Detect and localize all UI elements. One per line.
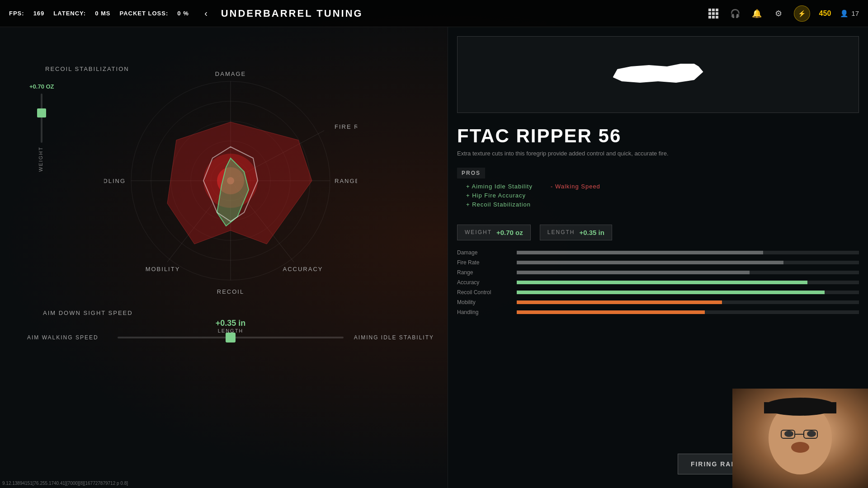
- weight-value: +0.70 OZ: [29, 83, 54, 90]
- weight-chip: WEIGHT +0.70 oz: [457, 225, 531, 240]
- fps-value: 169: [33, 10, 45, 17]
- stat-bar-background: [517, 271, 859, 274]
- performance-stats: FPS: 169 LATENCY: 0 MS PACKET LOSS: 0 %: [9, 10, 189, 17]
- mobility-label: MOBILITY: [146, 266, 180, 272]
- top-bar: FPS: 169 LATENCY: 0 MS PACKET LOSS: 0 % …: [0, 0, 868, 27]
- range-label: RANGE: [335, 178, 357, 184]
- svg-point-22: [791, 442, 809, 453]
- stat-name: Fire Rate: [457, 259, 511, 266]
- cons-list: - Walking Speed: [551, 183, 600, 210]
- debug-coords: 9.12.13894151[76.255.1740.41][7000][8][1…: [2, 481, 128, 486]
- pro-item: + Recoil Stabilization: [466, 201, 533, 208]
- latency-value: 0 MS: [95, 10, 110, 17]
- aiming-idle-label: AIMING IDLE STABILITY: [353, 334, 434, 341]
- stat-name: Damage: [457, 249, 511, 256]
- attachment-name: FTAC RIPPER 56: [448, 122, 868, 145]
- length-chip: LENGTH +0.35 in: [540, 225, 612, 240]
- pros-header: PROS: [457, 168, 485, 178]
- webcam-face: [732, 389, 868, 488]
- weight-chip-value: +0.70 oz: [496, 229, 523, 236]
- stat-bar-background: [517, 251, 859, 254]
- stat-bar-fill: [517, 251, 763, 254]
- stat-row: Fire Rate: [457, 259, 859, 266]
- stat-bar-background: [517, 300, 859, 304]
- stat-row: Range: [457, 269, 859, 276]
- settings-icon[interactable]: ⚙: [772, 7, 785, 20]
- stat-bar-fill: [517, 291, 825, 294]
- stats-section: DamageFire RateRangeAccuracyRecoil Contr…: [448, 245, 868, 324]
- con-item: - Walking Speed: [551, 183, 600, 190]
- pros-list: + Aiming Idle Stability + Hip Fire Accur…: [466, 183, 533, 210]
- main-left-panel: RECOIL STABILIZATION +0.70 OZ WEIGHT: [0, 27, 448, 488]
- stat-row: Mobility: [457, 299, 859, 305]
- attachment-description: Extra texture cuts into this foregrip pr…: [448, 145, 868, 162]
- stat-bar-fill: [517, 300, 722, 304]
- aim-walking-label: AIM WALKING SPEED: [27, 334, 108, 341]
- weight-axis-label: WEIGHT: [38, 146, 43, 172]
- notifications-icon[interactable]: 🔔: [750, 7, 763, 20]
- bottom-sliders: AIM WALKING SPEED +0.35 in LENGTH AIMING…: [27, 334, 434, 354]
- fire-rate-label: FIRE RATE: [335, 123, 357, 130]
- packet-loss-value: 0 %: [177, 10, 189, 17]
- webcam-overlay: [732, 389, 868, 488]
- attachment-silhouette: [613, 61, 703, 88]
- stat-row: Damage: [457, 249, 859, 256]
- length-chip-value: +0.35 in: [579, 229, 604, 236]
- stat-bar-background: [517, 291, 859, 294]
- aim-walking-row: AIM WALKING SPEED +0.35 in LENGTH AIMING…: [27, 334, 434, 341]
- radar-chart: DAMAGE FIRE RATE RANGE — ACCURACY RECOIL…: [104, 63, 357, 298]
- currency-amount: 450: [819, 9, 831, 18]
- length-value: +0.35 in: [216, 319, 246, 328]
- stat-row: Recoil Control: [457, 289, 859, 296]
- stat-name: Recoil Control: [457, 289, 511, 296]
- accuracy-label: ACCURACY: [283, 266, 323, 272]
- packet-loss-label: PACKET LOSS:: [119, 10, 168, 17]
- stat-row: Handling: [457, 309, 859, 315]
- pro-item: + Aiming Idle Stability: [466, 183, 533, 190]
- stat-row: Accuracy: [457, 279, 859, 286]
- player-level: 👤 17: [840, 9, 859, 18]
- recoil-label: RECOIL: [217, 288, 244, 295]
- audio-icon[interactable]: 🎧: [729, 7, 741, 20]
- player-icon: 👤: [840, 9, 849, 18]
- weight-slider-thumb[interactable]: [37, 108, 46, 117]
- svg-point-20: [784, 431, 793, 437]
- attachment-image-box: [457, 36, 859, 113]
- length-slider-track[interactable]: +0.35 in LENGTH: [118, 337, 344, 338]
- stat-bar-fill: [517, 271, 750, 274]
- stat-bar-background: [517, 310, 859, 314]
- weight-slider-container: +0.70 OZ WEIGHT: [29, 81, 54, 172]
- pros-cons-container: + Aiming Idle Stability + Hip Fire Accur…: [457, 183, 859, 215]
- radar-chart-container: DAMAGE FIRE RATE RANGE — ACCURACY RECOIL…: [72, 63, 389, 298]
- aim-down-sight-label: AIM DOWN SIGHT SPEED: [43, 310, 133, 316]
- top-bar-right: 🎧 🔔 ⚙ ⚡ 450 👤 17: [707, 5, 859, 22]
- stat-name: Accuracy: [457, 279, 511, 286]
- tuning-values: WEIGHT +0.70 oz LENGTH +0.35 in: [448, 220, 868, 245]
- weight-slider-track[interactable]: [41, 94, 42, 143]
- grid-menu-icon[interactable]: [707, 7, 720, 20]
- stat-bar-fill: [517, 261, 783, 264]
- page-title: UNDERBARREL TUNING: [221, 8, 363, 19]
- stat-bar-background: [517, 281, 859, 284]
- svg-rect-27: [764, 402, 836, 413]
- pros-section: PROS + Aiming Idle Stability + Hip Fire …: [448, 162, 868, 220]
- back-button[interactable]: ‹: [198, 5, 214, 22]
- handling-label: HANDLING: [104, 178, 126, 184]
- currency-icon: ⚡: [794, 5, 810, 22]
- stat-name: Handling: [457, 309, 511, 315]
- stat-bar-background: [517, 261, 859, 264]
- stat-name: Mobility: [457, 299, 511, 305]
- weight-chip-label: WEIGHT: [465, 229, 492, 235]
- svg-point-21: [807, 431, 816, 437]
- latency-label: LATENCY:: [53, 10, 86, 17]
- right-panel: FTAC RIPPER 56 Extra texture cuts into t…: [448, 27, 868, 488]
- pro-item: + Hip Fire Accuracy: [466, 192, 533, 199]
- length-chip-label: LENGTH: [547, 229, 575, 235]
- stat-name: Range: [457, 269, 511, 276]
- fps-label: FPS:: [9, 10, 24, 17]
- stat-bar-fill: [517, 281, 807, 284]
- stat-bar-fill: [517, 310, 705, 314]
- damage-label: DAMAGE: [215, 70, 246, 77]
- player-level-value: 17: [851, 9, 859, 17]
- length-slider-thumb[interactable]: [226, 333, 236, 343]
